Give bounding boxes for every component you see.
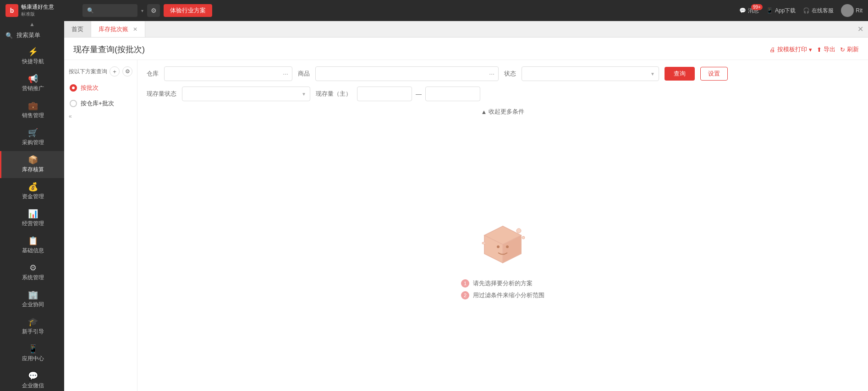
warehouse-more-icon[interactable]: ···	[283, 70, 288, 77]
collapse-panel-button[interactable]: «	[64, 111, 137, 121]
sidebar-item-sales[interactable]: 💼 销售管理	[0, 97, 64, 124]
wechat-icon: 💬	[28, 372, 38, 380]
export-button[interactable]: ⬆ 导出	[817, 45, 835, 54]
sidebar-label-marketing: 营销推广	[22, 85, 44, 92]
scheme-dot-active	[70, 84, 77, 92]
product-more-icon[interactable]: ···	[489, 70, 494, 77]
sidebar-item-basics[interactable]: 📋 基础信息	[0, 232, 64, 259]
sidebar-item-quick-nav[interactable]: ⚡ 快捷导航	[0, 43, 64, 70]
product-filter-label: 商品	[298, 70, 310, 78]
page-header: 现存量查询(按批次) 🖨 按模板打印 ▾ ⬆ 导出 ↻ 刷新	[64, 38, 868, 60]
query-button[interactable]: 查询	[665, 67, 695, 81]
filter-settings-button[interactable]: 设置	[700, 67, 728, 81]
sidebar-scroll-up[interactable]: ▲	[0, 21, 64, 27]
empty-state: 1 请先选择要分析的方案 2 用过滤条件来缩小分析范围	[461, 217, 544, 299]
qty-range: —	[357, 87, 480, 101]
right-panel: 仓库 ··· 商品 ··· 状态	[137, 60, 868, 391]
scheme-title: 按以下方案查询	[69, 68, 107, 76]
svg-point-5	[506, 245, 509, 248]
empty-illustration	[475, 217, 530, 272]
sidebar-label-app-center: 应用中心	[22, 355, 44, 363]
sidebar-item-inventory[interactable]: 📦 库存核算	[0, 151, 64, 178]
building-icon: 🏢	[28, 291, 38, 299]
qty-max-input[interactable]	[425, 87, 480, 101]
sidebar-item-operations[interactable]: 📊 经营管理	[0, 205, 64, 232]
messages-button[interactable]: 💬 消息 99+	[739, 7, 759, 15]
filter-row-1: 仓库 ··· 商品 ··· 状态	[147, 66, 859, 81]
scheme-item-by-batch[interactable]: 按批次	[64, 80, 137, 96]
scheme-label-by-warehouse-batch: 按仓库+批次	[81, 99, 114, 108]
header-search-bar[interactable]: 🔍	[82, 4, 137, 17]
tab-bar: 首页 库存批次账 ✕ ✕	[64, 21, 868, 38]
warehouse-filter-input[interactable]: ···	[164, 66, 292, 81]
status-filter-select[interactable]: ▼	[522, 66, 659, 81]
chart-icon: 📊	[28, 210, 38, 218]
headset-icon: 🎧	[803, 7, 810, 14]
collapse-filter-button[interactable]: ▲ 收起更多条件	[147, 105, 859, 119]
trial-button[interactable]: 体验行业方案	[164, 4, 212, 17]
scheme-dot-inactive	[70, 100, 77, 107]
collapse-filter-label: 收起更多条件	[489, 108, 524, 116]
tab-home[interactable]: 首页	[64, 21, 91, 37]
mobile-icon: 📱	[28, 345, 38, 353]
user-area[interactable]: Rit	[841, 4, 863, 17]
filter-panel: 仓库 ··· 商品 ··· 状态	[137, 60, 868, 125]
scheme-dot-inner	[72, 87, 75, 89]
page-title: 现存量查询(按批次)	[73, 44, 145, 55]
app-download-label: App下载	[775, 7, 796, 15]
online-service-label: 在线客服	[812, 7, 834, 15]
refresh-button[interactable]: ↻ 刷新	[840, 45, 859, 54]
sidebar-item-marketing[interactable]: 📢 营销推广	[0, 70, 64, 97]
tab-close-icon[interactable]: ✕	[133, 26, 137, 33]
inventory-status-select[interactable]: ▼	[182, 87, 310, 101]
sidebar-item-finance[interactable]: 💰 资金管理	[0, 178, 64, 205]
messages-badge: 99+	[751, 4, 763, 10]
header-gear-button[interactable]: ⚙	[147, 4, 160, 17]
sidebar-item-enterprise[interactable]: 🏢 企业协同	[0, 286, 64, 313]
sidebar-search-icon: 🔍	[5, 32, 13, 39]
print-dropdown-icon[interactable]: ▾	[809, 46, 812, 53]
megaphone-icon: 📢	[28, 75, 38, 83]
edit-scheme-button[interactable]: ⚙	[122, 66, 132, 76]
main-body: 按以下方案查询 + ⚙ 按批次 按仓库+批次	[64, 60, 868, 391]
print-template-button[interactable]: 🖨 按模板打印 ▾	[769, 45, 812, 54]
refresh-label: 刷新	[847, 45, 859, 54]
empty-tips: 1 请先选择要分析的方案 2 用过滤条件来缩小分析范围	[461, 279, 544, 299]
export-icon: ⬆	[817, 46, 822, 53]
sidebar-search-label: 搜索菜单	[16, 31, 40, 39]
sidebar-search[interactable]: 🔍 搜索菜单	[0, 27, 64, 43]
print-icon: 🖨	[769, 46, 775, 53]
status-dropdown-icon: ▼	[650, 71, 655, 76]
money-icon: 💰	[28, 183, 38, 191]
data-area: 1 请先选择要分析的方案 2 用过滤条件来缩小分析范围	[137, 125, 868, 391]
header-dropdown-icon[interactable]: ▾	[141, 8, 143, 13]
sidebar-label-operations: 经营管理	[22, 220, 44, 228]
sidebar-label-purchase: 采购管理	[22, 139, 44, 147]
svg-point-7	[522, 236, 525, 239]
main-layout: ▲ 🔍 搜索菜单 ⚡ 快捷导航 📢 营销推广 💼 销售管理 🛒 采购管理 📦 库…	[0, 21, 868, 391]
app-download-button[interactable]: 📱 App下载	[766, 7, 796, 15]
tab-inventory-batch-label: 库存批次账	[99, 25, 128, 33]
tab-inventory-batch[interactable]: 库存批次账 ✕	[91, 21, 145, 37]
scheme-actions: + ⚙	[110, 66, 132, 76]
tip-number-2: 2	[461, 291, 469, 299]
tab-panel-close[interactable]: ✕	[853, 21, 868, 37]
product-filter-input[interactable]: ···	[315, 66, 499, 81]
app-name: 畅康通好生意	[21, 4, 54, 11]
sidebar-item-system[interactable]: ⚙ 系统管理	[0, 259, 64, 286]
inventory-status-dropdown-icon: ▼	[302, 92, 306, 97]
add-scheme-button[interactable]: +	[110, 66, 120, 76]
inventory-qty-label: 现存量（主）	[316, 90, 352, 98]
qty-min-input[interactable]	[357, 87, 412, 101]
sidebar-item-wechat[interactable]: 💬 企业微信	[0, 367, 64, 391]
header-mid: 🔍 ▾ ⚙ 体验行业方案	[73, 4, 736, 17]
user-name: Rit	[856, 7, 863, 14]
sidebar-label-inventory: 库存核算	[22, 166, 44, 174]
sidebar-item-purchase[interactable]: 🛒 采购管理	[0, 124, 64, 151]
sidebar-item-newbie[interactable]: 🎓 新手引导	[0, 313, 64, 340]
scheme-item-by-warehouse-batch[interactable]: 按仓库+批次	[64, 96, 137, 111]
sidebar-item-app-center[interactable]: 📱 应用中心	[0, 340, 64, 367]
collapse-up-icon: ▲	[481, 109, 487, 115]
page-content: 现存量查询(按批次) 🖨 按模板打印 ▾ ⬆ 导出 ↻ 刷新	[64, 38, 868, 391]
online-service-button[interactable]: 🎧 在线客服	[803, 7, 834, 15]
